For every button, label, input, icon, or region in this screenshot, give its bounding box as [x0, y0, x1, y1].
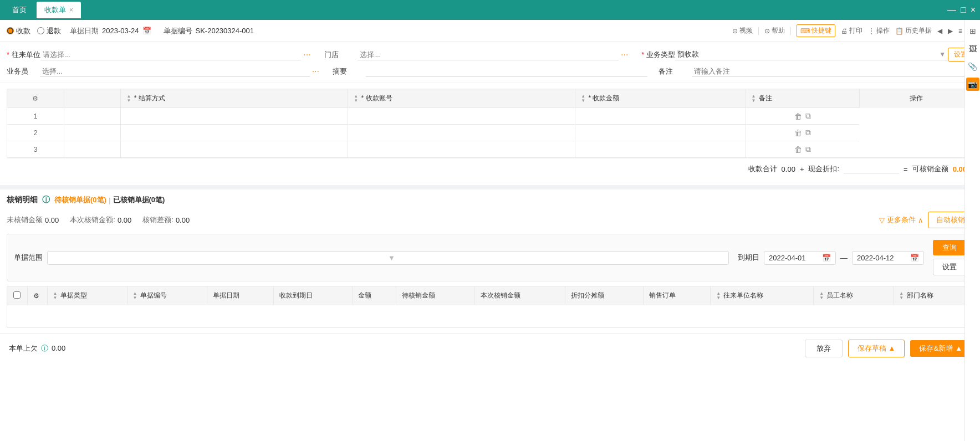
row-remark-1[interactable]: [575, 108, 746, 125]
row-settle-3[interactable]: [64, 141, 120, 158]
th-remark-text: 备注: [759, 94, 772, 102]
done-tab[interactable]: 已核销单据(0笔): [113, 195, 165, 205]
stats-row: 未核销金额 0.00 本次核销金额: 0.00 核销差额: 0.00: [7, 211, 190, 229]
save-new-arrow-icon[interactable]: ▲: [955, 344, 962, 352]
info-icon[interactable]: ⓘ: [42, 195, 50, 205]
row-account-3[interactable]: [121, 141, 348, 158]
date-from-icon[interactable]: 📅: [822, 254, 831, 262]
bottom-table-wrapper: ⚙ ▲▼ 单据类型 ▲▼ 单据编号 单据日期 收款到期日 金额: [7, 286, 973, 328]
shortcut-btn[interactable]: ⌨ 快捷键: [797, 24, 835, 37]
form-section: 往来单位 ··· 门店 ··· 业务类型 ▼ 设置 业务员: [0, 42, 980, 83]
th-doc-type: ▲▼ 单据类型: [47, 286, 127, 305]
row-settle-1[interactable]: [64, 108, 120, 125]
operation-btn[interactable]: ⋮ 操作: [868, 26, 890, 35]
sidebar-camera-icon[interactable]: 📷: [966, 78, 979, 91]
remark-field: 备注: [659, 66, 973, 77]
discard-btn[interactable]: 放弃: [805, 340, 843, 357]
window-min-btn[interactable]: —: [947, 5, 956, 15]
remark-input[interactable]: [692, 66, 973, 77]
window-close-btn[interactable]: ×: [971, 5, 976, 15]
help-btn[interactable]: ⊙ 帮助: [764, 26, 785, 35]
date-to-field[interactable]: [857, 254, 907, 262]
staff-label: 业务员: [7, 66, 40, 76]
doc-num-value: SK-20230324-001: [196, 27, 254, 35]
calendar-icon[interactable]: 📅: [142, 27, 151, 35]
sort-remark-icon: ▲▼: [752, 94, 756, 103]
date-to-input[interactable]: 📅: [852, 251, 924, 265]
footer-info-icon[interactable]: ⓘ: [41, 343, 48, 353]
radio-receive-label: 收款: [16, 26, 30, 36]
biztype-arrow-icon[interactable]: ▼: [939, 50, 946, 58]
th-settle-label: *: [134, 94, 139, 102]
print-btn[interactable]: 🖨 打印: [841, 26, 862, 35]
store-input[interactable]: [358, 49, 619, 60]
save-new-btn[interactable]: 保存&新增 ▲: [910, 340, 971, 357]
pending-tab[interactable]: 待核销单据(0笔): [54, 195, 106, 205]
radio-refund[interactable]: 退款: [37, 26, 61, 36]
more-filter-btn[interactable]: ▽ 更多条件 ∧: [879, 215, 923, 225]
date-from-input[interactable]: 📅: [764, 251, 836, 265]
radio-refund-input[interactable]: [37, 27, 44, 34]
footer: 本单上欠 ⓘ 0.00 放弃 保存草稿 ▲ 保存&新增 ▲: [0, 334, 980, 363]
tab-active[interactable]: 收款单 ×: [37, 2, 81, 18]
staff-more-btn[interactable]: ···: [310, 66, 321, 76]
sidebar-image-icon[interactable]: 🖼: [966, 42, 979, 55]
counterparty-input[interactable]: [40, 49, 302, 60]
history-btn[interactable]: 📋 历史单据: [895, 26, 932, 35]
staff-input[interactable]: [40, 66, 310, 77]
sidebar-table-icon[interactable]: ⊞: [966, 24, 979, 38]
sort-amount-icon: ▲▼: [581, 94, 585, 103]
th-settings-2[interactable]: ⚙: [27, 286, 47, 305]
set-btn[interactable]: 设置: [933, 259, 966, 275]
tab-close-icon[interactable]: ×: [69, 6, 73, 14]
shortcut-icon: ⌨: [800, 27, 810, 35]
th-settings[interactable]: ⚙: [7, 89, 64, 108]
date-separator: —: [840, 254, 848, 262]
list-view-btn[interactable]: ≡: [958, 27, 962, 35]
form-row-1: 往来单位 ··· 门店 ··· 业务类型 ▼ 设置: [7, 48, 973, 61]
query-btn[interactable]: 查询: [933, 240, 966, 255]
th-checkbox[interactable]: [7, 286, 27, 305]
filter-right: ▽ 更多条件 ∧ 自动核销: [879, 212, 973, 228]
sort-dept-icon: ▲▼: [899, 291, 904, 300]
copy-icon-2[interactable]: ⧉: [805, 128, 811, 137]
select-all-checkbox[interactable]: [13, 291, 21, 299]
nav-prev-btn[interactable]: ◀: [937, 27, 942, 35]
discount-input[interactable]: [844, 165, 899, 173]
counterparty-more-btn[interactable]: ···: [301, 50, 313, 60]
counterparty-field: 往来单位 ···: [7, 49, 313, 60]
row-account-1[interactable]: [121, 108, 348, 125]
store-more-btn[interactable]: ···: [619, 50, 630, 60]
delete-icon-1[interactable]: 🗑: [794, 112, 802, 121]
window-max-btn[interactable]: □: [961, 5, 966, 15]
biztype-select[interactable]: ▼: [675, 49, 948, 60]
save-draft-btn[interactable]: 保存草稿 ▲: [848, 340, 905, 357]
th-account: ▲▼ * 收款账号: [348, 89, 575, 108]
summary-input[interactable]: [366, 66, 647, 77]
toolbar: 收款 退款 单据日期 2023-03-24 📅 单据编号 SK-20230324…: [0, 20, 980, 42]
row-remark-2[interactable]: [575, 125, 746, 141]
delete-icon-3[interactable]: 🗑: [794, 145, 802, 154]
sidebar-clip-icon[interactable]: 📎: [966, 60, 979, 73]
doc-range-field: 单据范围 ▼: [14, 251, 729, 265]
date-to-icon[interactable]: 📅: [910, 254, 919, 262]
nav-next-btn[interactable]: ▶: [948, 27, 953, 35]
delete-icon-2[interactable]: 🗑: [794, 129, 802, 137]
doc-date-value: 2023-03-24: [102, 27, 139, 35]
radio-receive-input[interactable]: [7, 27, 14, 34]
date-from-field[interactable]: [769, 254, 819, 262]
row-settle-2[interactable]: [64, 125, 120, 141]
doc-range-select[interactable]: ▼: [47, 251, 729, 265]
row-amount-2[interactable]: [348, 125, 575, 141]
biztype-input[interactable]: [677, 50, 939, 59]
row-amount-3[interactable]: [348, 141, 575, 158]
row-amount-1[interactable]: [348, 108, 575, 125]
tab-home[interactable]: 首页: [4, 2, 34, 18]
save-draft-arrow-icon[interactable]: ▲: [889, 344, 896, 352]
row-account-2[interactable]: [121, 125, 348, 141]
radio-receive[interactable]: 收款: [7, 26, 30, 36]
row-remark-3[interactable]: [575, 141, 746, 158]
video-btn[interactable]: ⊙ 视频: [732, 26, 753, 35]
copy-icon-1[interactable]: ⧉: [805, 111, 811, 121]
copy-icon-3[interactable]: ⧉: [805, 145, 811, 154]
